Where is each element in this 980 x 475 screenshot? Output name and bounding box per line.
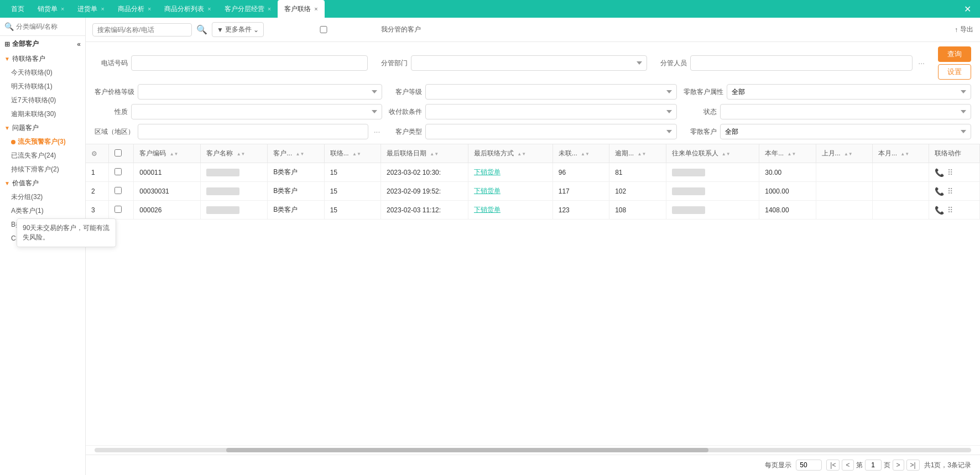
- sidebar-all-customers[interactable]: ⊞ 全部客户 «: [0, 36, 85, 52]
- action-menu-icon-2[interactable]: ⠿: [947, 187, 953, 196]
- h-scrollbar-thumb[interactable]: [226, 448, 708, 452]
- sort-code-icon[interactable]: ▲▼: [170, 152, 179, 156]
- filter-field-price-level: 客户价格等级: [95, 84, 382, 100]
- my-customers-checkbox-wrap[interactable]: 我分管的客户: [268, 25, 421, 34]
- search-input[interactable]: [92, 23, 192, 36]
- cell-checkbox-2[interactable]: [109, 182, 134, 201]
- sort-contact-icon[interactable]: ▲▼: [352, 152, 361, 156]
- cell-method-3[interactable]: 下销货单: [468, 201, 552, 220]
- filter-more-region-icon[interactable]: ···: [372, 127, 383, 136]
- data-table: ⚙ 客户编码 ▲▼ 客户名称 ▲▼: [86, 144, 980, 220]
- link-method-2[interactable]: 下销货单: [474, 187, 501, 195]
- more-conditions-button[interactable]: ▼ 更多条件 ⌄: [212, 22, 264, 37]
- settings-button[interactable]: 设置: [938, 64, 971, 80]
- sidebar-item-ungroup[interactable]: 未分组(32): [0, 190, 85, 204]
- sort-method-icon[interactable]: ▲▼: [517, 152, 526, 156]
- tab-customer-contact[interactable]: 客户联络 ×: [278, 0, 324, 18]
- cell-method-2[interactable]: 下销货单: [468, 182, 552, 201]
- filter-select-payment[interactable]: [425, 104, 676, 119]
- filter-row-4: 区域（地区） ··· 客户类型 零散客户 全部: [95, 124, 971, 139]
- export-button[interactable]: ↑ 导出: [955, 25, 973, 34]
- action-phone-icon-1[interactable]: 📞: [935, 168, 944, 177]
- sort-last-month-icon[interactable]: ▲▼: [844, 152, 853, 156]
- sort-this-month-icon[interactable]: ▲▼: [900, 152, 909, 156]
- page-first-button[interactable]: |<: [826, 460, 840, 471]
- filter-label-dept: 分管部门: [374, 59, 408, 68]
- cell-checkbox-3[interactable]: [109, 201, 134, 220]
- sidebar-item-declining[interactable]: 持续下滑客户(2): [0, 163, 85, 176]
- filter-select-status[interactable]: [720, 104, 971, 119]
- sidebar-item-overdue-contact[interactable]: 逾期未联络(30): [0, 107, 85, 121]
- filter-select-nature[interactable]: [131, 104, 382, 119]
- page-number-input[interactable]: [865, 460, 882, 471]
- tab-purchase[interactable]: 进货单 ×: [71, 0, 111, 18]
- window-close-button[interactable]: ✕: [960, 4, 976, 14]
- filter-select-customer-level[interactable]: [425, 84, 676, 100]
- sidebar-item-today-contact[interactable]: 今天待联络(0): [0, 66, 85, 80]
- col-last-date: 最后联络日期 ▲▼: [381, 144, 468, 163]
- sort-contact2-icon[interactable]: ▲▼: [722, 152, 731, 156]
- tab-analysis-list[interactable]: 商品分析列表 ×: [158, 0, 217, 18]
- action-menu-icon-1[interactable]: ⠿: [947, 168, 953, 177]
- tab-analysis[interactable]: 商品分析 ×: [111, 0, 158, 18]
- filter-input-region[interactable]: [138, 124, 368, 139]
- page-next-button[interactable]: >: [893, 460, 904, 471]
- filter-search-button[interactable]: 🔍: [196, 24, 207, 35]
- link-method-3[interactable]: 下销货单: [474, 206, 501, 213]
- sort-date-icon[interactable]: ▲▼: [430, 152, 439, 156]
- tab-home[interactable]: 首页: [4, 0, 31, 18]
- link-method-1[interactable]: 下销货单: [474, 168, 501, 176]
- filter-select-dept[interactable]: [411, 55, 648, 71]
- close-tab-customer-contact[interactable]: ×: [314, 6, 317, 12]
- sort-name-icon[interactable]: ▲▼: [237, 152, 246, 156]
- close-tab-analysis-list[interactable]: ×: [207, 6, 211, 12]
- action-menu-icon-3[interactable]: ⠿: [947, 206, 953, 215]
- filter-input-phone[interactable]: [131, 55, 368, 71]
- filter-select-retail-customer[interactable]: 全部: [720, 124, 971, 139]
- cell-code-3: 000026: [134, 201, 201, 220]
- filter-field-status: 状态: [684, 104, 971, 119]
- settings-col-icon[interactable]: ⚙: [91, 150, 97, 158]
- sort-not-contacted-icon[interactable]: ▲▼: [581, 152, 590, 156]
- filter-select-retail-attr[interactable]: 全部: [727, 84, 971, 100]
- col-checkbox[interactable]: [109, 144, 134, 163]
- action-phone-icon-3[interactable]: 📞: [935, 206, 944, 215]
- page-last-button[interactable]: >|: [906, 460, 920, 471]
- query-button[interactable]: 查询: [938, 46, 971, 62]
- sidebar-item-lost[interactable]: 已流失客户(24): [0, 149, 85, 163]
- sort-type-icon[interactable]: ▲▼: [296, 152, 305, 156]
- sidebar-search-input[interactable]: [16, 23, 86, 30]
- close-tab-customer-layer[interactable]: ×: [268, 6, 271, 12]
- close-tab-sales[interactable]: ×: [61, 6, 64, 12]
- page-prev-button[interactable]: <: [842, 460, 853, 471]
- filter-select-price-level[interactable]: [138, 84, 382, 100]
- cell-method-1[interactable]: 下销货单: [468, 163, 552, 182]
- sidebar-item-class-a[interactable]: A类客户(1): [0, 204, 85, 218]
- row-checkbox-1[interactable]: [114, 168, 122, 175]
- cell-overdue-2: 102: [609, 182, 666, 201]
- sidebar-group-header-pending[interactable]: ▼ 待联络客户: [0, 52, 85, 66]
- h-scrollbar[interactable]: [95, 448, 971, 452]
- my-customers-checkbox[interactable]: [268, 26, 379, 33]
- cell-checkbox-1[interactable]: [109, 163, 134, 182]
- tab-sales[interactable]: 销货单 ×: [31, 0, 71, 18]
- filter-more-person-icon[interactable]: ···: [916, 59, 927, 67]
- sidebar-item-lost-warning[interactable]: 流失预警客户(3): [0, 135, 85, 149]
- page-size-select[interactable]: 50 100 200: [796, 460, 822, 471]
- close-tab-purchase[interactable]: ×: [101, 6, 104, 12]
- sidebar-item-week-contact[interactable]: 近7天待联络(0): [0, 93, 85, 107]
- close-tab-analysis[interactable]: ×: [148, 6, 151, 12]
- row-checkbox-3[interactable]: [114, 206, 122, 213]
- filter-input-person[interactable]: [690, 55, 913, 71]
- col-settings[interactable]: ⚙: [86, 144, 109, 163]
- sidebar-item-tomorrow-contact[interactable]: 明天待联络(1): [0, 80, 85, 93]
- sort-overdue-icon[interactable]: ▲▼: [637, 152, 646, 156]
- tab-customer-layer[interactable]: 客户分层经营 ×: [218, 0, 278, 18]
- sidebar-group-header-problem[interactable]: ▼ 问题客户: [0, 121, 85, 135]
- sort-this-year-icon[interactable]: ▲▼: [788, 152, 796, 156]
- action-phone-icon-2[interactable]: 📞: [935, 187, 944, 196]
- sidebar-group-header-value[interactable]: ▼ 价值客户: [0, 176, 85, 190]
- filter-select-customer-type[interactable]: [425, 124, 676, 139]
- select-all-checkbox[interactable]: [114, 149, 122, 156]
- row-checkbox-2[interactable]: [114, 187, 122, 194]
